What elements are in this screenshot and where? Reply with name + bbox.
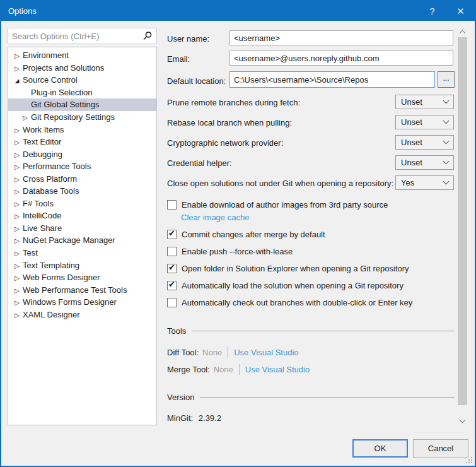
options-dialog: Options ? ✕ Environment Projects and Sol… <box>0 0 476 467</box>
options-tree: Environment Projects and Solutions Sourc… <box>8 47 157 425</box>
expander-icon[interactable] <box>11 223 23 233</box>
sidebar-item-fsharp-tools[interactable]: F# Tools <box>8 198 156 210</box>
chevron-down-icon <box>443 158 450 165</box>
prune-label: Prune remote branches during fetch: <box>167 98 300 107</box>
email-field[interactable] <box>229 50 453 66</box>
expander-icon[interactable] <box>11 248 23 257</box>
auto-load-solution-checkbox[interactable]: Automatically load the solution when ope… <box>167 281 403 290</box>
diff-use-visual-studio-link[interactable]: Use Visual Studio <box>234 348 298 357</box>
sidebar-item-work-items[interactable]: Work Items <box>8 123 156 136</box>
scroll-down-icon[interactable] <box>460 417 466 423</box>
merge-tool-value: None <box>214 365 233 374</box>
credential-helper-label: Credential helper: <box>167 158 232 168</box>
sidebar-item-nuget-package-manager[interactable]: NuGet Package Manager <box>8 234 156 247</box>
expander-icon[interactable] <box>11 125 23 134</box>
sidebar-item-text-editor[interactable]: Text Editor <box>8 136 156 148</box>
expander-icon[interactable] <box>11 285 23 295</box>
sidebar-item-environment[interactable]: Environment <box>8 49 156 62</box>
mingit-value: 2.39.2 <box>199 413 221 423</box>
crypto-provider-dropdown[interactable]: Unset <box>395 135 454 150</box>
mingit-version-row: MinGit: 2.39.2 <box>167 413 221 423</box>
search-input[interactable] <box>12 32 142 41</box>
checkbox-icon[interactable] <box>167 230 177 239</box>
expander-icon[interactable] <box>11 310 23 319</box>
author-images-checkbox[interactable]: Enable download of author images from 3r… <box>167 200 388 210</box>
expander-icon[interactable] <box>11 50 23 60</box>
close-solutions-dropdown[interactable]: Yes <box>395 175 454 190</box>
vertical-scrollbar[interactable] <box>457 28 468 425</box>
ok-button[interactable]: OK <box>352 439 408 458</box>
search-box[interactable] <box>8 28 157 44</box>
default-location-field[interactable] <box>229 71 435 88</box>
merge-tool-row: Merge Tool: None Use Visual Studio <box>167 364 310 375</box>
checkbox-icon[interactable] <box>167 200 177 210</box>
commit-after-merge-checkbox[interactable]: Commit changes after merge by default <box>167 230 325 239</box>
crypto-provider-label: Cryptographic network provider: <box>167 138 283 148</box>
email-label: Email: <box>167 54 190 64</box>
sidebar-item-plug-in-selection[interactable]: Plug-in Selection <box>8 86 156 99</box>
expander-icon[interactable] <box>11 297 23 307</box>
rebase-label: Rebase local branch when pulling: <box>167 118 292 127</box>
expander-icon[interactable] <box>11 186 23 196</box>
resize-grip[interactable] <box>466 457 472 463</box>
mingit-label: MinGit: <box>167 413 193 423</box>
sidebar-item-text-templating[interactable]: Text Templating <box>8 259 156 271</box>
close-icon[interactable]: ✕ <box>446 1 475 21</box>
expander-icon[interactable] <box>11 63 23 73</box>
merge-tool-label: Merge Tool: <box>167 365 210 374</box>
username-field[interactable] <box>229 30 453 45</box>
username-label: User name: <box>167 34 209 44</box>
browse-button[interactable]: ... <box>438 71 455 88</box>
default-location-label: Default location: <box>167 76 226 86</box>
window-title: Options <box>8 6 37 16</box>
expander-icon[interactable] <box>11 75 23 85</box>
cancel-button[interactable]: Cancel <box>413 439 468 458</box>
title-bar: Options ? ✕ <box>1 1 475 21</box>
expander-icon[interactable] <box>11 174 23 184</box>
credential-helper-dropdown[interactable]: Unset <box>395 155 454 170</box>
expander-icon[interactable] <box>11 261 23 270</box>
scroll-up-icon[interactable] <box>460 30 466 37</box>
expander-icon[interactable] <box>11 137 23 146</box>
sidebar-item-windows-forms-designer[interactable]: Windows Forms Designer <box>8 296 156 309</box>
sidebar-item-cross-platform[interactable]: Cross Platform <box>8 172 156 185</box>
prune-dropdown[interactable]: Unset <box>395 95 454 109</box>
rebase-dropdown[interactable]: Unset <box>395 115 454 129</box>
sidebar-item-source-control[interactable]: Source Control <box>8 74 156 86</box>
sidebar-item-web-performance-test-tools[interactable]: Web Performance Test Tools <box>8 283 156 296</box>
sidebar-item-xaml-designer[interactable]: XAML Designer <box>8 308 156 321</box>
expander-icon[interactable] <box>11 150 23 159</box>
auto-checkout-checkbox[interactable]: Automatically check out branches with do… <box>167 298 412 307</box>
merge-use-visual-studio-link[interactable]: Use Visual Studio <box>245 365 310 374</box>
sidebar-item-performance-tools[interactable]: Performance Tools <box>8 160 156 173</box>
sidebar-item-database-tools[interactable]: Database Tools <box>8 185 156 198</box>
help-icon[interactable]: ? <box>418 1 446 21</box>
chevron-down-icon <box>443 118 450 124</box>
scrollbar-thumb[interactable] <box>458 37 467 405</box>
expander-icon[interactable] <box>11 162 23 171</box>
diff-tool-row: Diff Tool: None Use Visual Studio <box>167 347 299 358</box>
sidebar-item-debugging[interactable]: Debugging <box>8 148 156 160</box>
version-section-header: Version <box>167 393 455 402</box>
sidebar-item-git-global-settings[interactable]: Git Global Settings <box>8 98 156 111</box>
checkbox-icon[interactable] <box>167 298 177 307</box>
expander-icon[interactable] <box>11 273 23 282</box>
divider <box>239 364 240 375</box>
chevron-down-icon <box>443 138 450 145</box>
open-folder-checkbox[interactable]: Open folder in Solution Explorer when op… <box>167 264 409 273</box>
sidebar-item-intellicode[interactable]: IntelliCode <box>8 210 156 222</box>
clear-image-cache-link[interactable]: Clear image cache <box>181 213 249 222</box>
checkbox-icon[interactable] <box>167 264 177 273</box>
checkbox-icon[interactable] <box>167 281 177 290</box>
sidebar-item-live-share[interactable]: Live Share <box>8 222 156 235</box>
expander-icon[interactable] <box>11 235 23 245</box>
sidebar-item-git-repository-settings[interactable]: Git Repository Settings <box>8 111 156 124</box>
sidebar-item-web-forms-designer[interactable]: Web Forms Designer <box>8 271 156 284</box>
force-with-lease-checkbox[interactable]: Enable push --force-with-lease <box>167 247 293 256</box>
sidebar-item-test[interactable]: Test <box>8 247 156 259</box>
expander-icon[interactable] <box>11 211 23 220</box>
expander-icon[interactable] <box>20 112 31 122</box>
checkbox-icon[interactable] <box>167 247 177 256</box>
sidebar-item-projects-and-solutions[interactable]: Projects and Solutions <box>8 62 156 74</box>
expander-icon[interactable] <box>11 199 23 208</box>
